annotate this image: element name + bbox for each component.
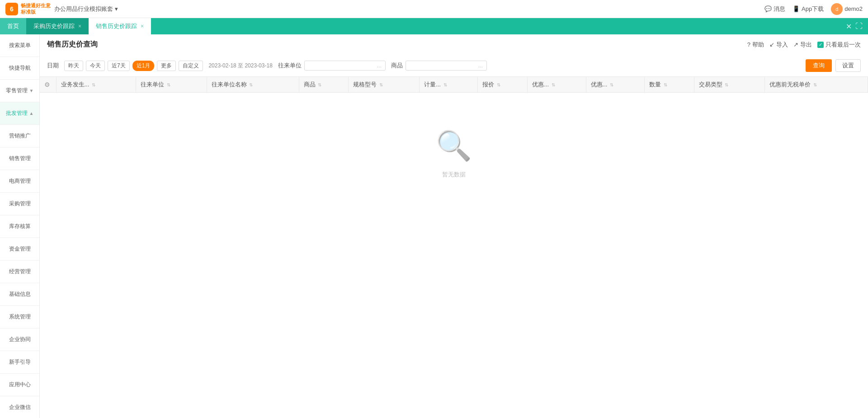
th-goods[interactable]: 商品 ⇅	[299, 77, 349, 93]
top-bar-left: 6 畅捷通好生意 标准版 办公用品行业模拟账套 ▾	[5, 3, 118, 15]
export-btn[interactable]: ↗ 导出	[793, 41, 812, 49]
sort-icon: ⇅	[497, 82, 500, 87]
sort-icon: ⇅	[249, 82, 253, 87]
sort-icon: ⇅	[318, 82, 321, 87]
sidebar-item-search-menu[interactable]: 搜索菜单	[0, 34, 39, 57]
date-custom-btn[interactable]: 自定义	[179, 61, 203, 71]
th-spec[interactable]: 规格型号 ⇅	[349, 77, 420, 93]
app-download-btn[interactable]: 📱 App下载	[793, 5, 824, 13]
sidebar-item-marketing[interactable]: 营销推广	[0, 125, 39, 147]
date-last1month-btn[interactable]: 近1月	[132, 61, 155, 71]
fullscreen-btn[interactable]: ⛶	[855, 22, 863, 30]
sort-icon: ⇅	[664, 82, 667, 87]
logo-area: 6 畅捷通好生意 标准版	[5, 3, 51, 15]
sidebar-item-retail-mgmt[interactable]: 零售管理 ▼	[0, 80, 39, 102]
page-actions: ? 帮助 ↙ 导入 ↗ 导出 ✓ 只看最后一次	[747, 41, 861, 49]
top-bar-right: 💬 消息 📱 App下载 d demo2	[764, 3, 863, 15]
settings-button[interactable]: 设置	[835, 59, 861, 72]
sidebar-item-system-mgmt[interactable]: 系统管理	[0, 306, 39, 328]
tab-home-label: 首页	[7, 22, 19, 30]
tab-bar: 首页 采购历史价跟踪 × 销售历史价跟踪 × ✕ ⛶	[0, 18, 868, 34]
import-btn[interactable]: ↙ 导入	[769, 41, 788, 49]
date-today-btn[interactable]: 今天	[86, 61, 105, 71]
th-discount1[interactable]: 优惠... ⇅	[528, 77, 586, 93]
page-title: 销售历史价查询	[47, 40, 98, 49]
sidebar-item-quick-nav[interactable]: 快捷导航	[0, 57, 39, 80]
th-partner-code[interactable]: 往来单位 ⇅	[136, 77, 207, 93]
filter-row: 日期 昨天 今天 近7天 近1月 更多 自定义 2023-02-18 至 202…	[47, 55, 861, 76]
partner-dots: ...	[377, 62, 382, 69]
goods-label: 商品	[391, 62, 403, 70]
checkbox-icon: ✓	[817, 42, 824, 48]
sidebar-item-enterprise-collab[interactable]: 企业协同	[0, 328, 39, 351]
help-btn[interactable]: ? 帮助	[747, 41, 764, 49]
sidebar-item-enterprise-wechat[interactable]: 企业微信	[0, 396, 39, 418]
filter-actions: 查询 设置	[806, 59, 861, 72]
table-body: 🔍 暂无数据	[40, 93, 868, 215]
avatar: d	[831, 3, 843, 15]
sidebar-item-new-guide[interactable]: 新手引导	[0, 351, 39, 374]
empty-state-row: 🔍 暂无数据	[40, 93, 868, 215]
tab-purchase-label: 采购历史价跟踪	[33, 22, 75, 30]
phone-icon: 📱	[793, 5, 800, 12]
sidebar-item-app-center[interactable]: 应用中心	[0, 374, 39, 396]
date-yesterday-btn[interactable]: 昨天	[64, 61, 83, 71]
dropdown-chevron-icon: ▾	[115, 5, 118, 12]
sidebar-item-operations-mgmt[interactable]: 经营管理	[0, 261, 39, 283]
gear-icon[interactable]: ⚙	[44, 81, 50, 88]
tab-home[interactable]: 首页	[0, 18, 26, 34]
page-header: 销售历史价查询 ? 帮助 ↙ 导入 ↗ 导出 ✓	[40, 34, 868, 77]
logo-text: 畅捷通好生意 标准版	[21, 3, 51, 14]
chevron-up-icon: ▲	[29, 111, 34, 116]
date-last7days-btn[interactable]: 近7天	[108, 61, 130, 71]
sort-icon: ⇅	[167, 82, 170, 87]
sort-icon: ⇅	[813, 82, 817, 87]
th-pre-tax-price[interactable]: 优惠前无税单价 ⇅	[765, 77, 868, 93]
tab-purchase-close-icon[interactable]: ×	[78, 23, 81, 29]
goods-input[interactable]: ...	[406, 61, 487, 71]
th-partner-name[interactable]: 往来单位名称 ⇅	[207, 77, 299, 93]
th-quantity[interactable]: 数量 ⇅	[644, 77, 694, 93]
empty-text: 暂无数据	[442, 171, 466, 179]
sort-icon: ⇅	[379, 82, 383, 87]
sidebar-item-finance-mgmt[interactable]: 资金管理	[0, 238, 39, 261]
main-layout: 搜索菜单 快捷导航 零售管理 ▼ 批发管理 ▲ 营销推广 销售管理 电商管理 采…	[0, 34, 868, 418]
page-title-row: 销售历史价查询 ? 帮助 ↙ 导入 ↗ 导出 ✓	[47, 40, 861, 49]
only-last-checkbox[interactable]: ✓ 只看最后一次	[817, 41, 861, 49]
help-icon: ?	[747, 41, 750, 48]
th-biz-date[interactable]: 业务发生... ⇅	[56, 77, 136, 93]
partner-input[interactable]: ...	[304, 61, 386, 71]
sort-icon: ⇅	[443, 82, 447, 87]
sidebar-item-inventory[interactable]: 库存核算	[0, 215, 39, 238]
table-header-row: ⚙ 业务发生... ⇅ 往来单位 ⇅ 往来单位名称 ⇅	[40, 77, 868, 93]
user-menu[interactable]: d demo2	[831, 3, 863, 15]
empty-icon: 🔍	[436, 129, 472, 165]
import-icon: ↙	[769, 41, 774, 48]
sort-icon: ⇅	[92, 82, 95, 87]
message-icon: 💬	[764, 5, 772, 12]
th-unit[interactable]: 计量... ⇅	[420, 77, 478, 93]
top-bar: 6 畅捷通好生意 标准版 办公用品行业模拟账套 ▾ 💬 消息 📱 App下载 d…	[0, 0, 868, 18]
date-range-text: 2023-02-18 至 2023-03-18	[208, 62, 272, 70]
date-more-btn[interactable]: 更多	[157, 61, 176, 71]
th-quote[interactable]: 报价 ⇅	[478, 77, 528, 93]
message-btn[interactable]: 💬 消息	[764, 5, 785, 13]
sidebar-item-sales-mgmt[interactable]: 销售管理	[0, 147, 39, 170]
tab-sales-history[interactable]: 销售历史价跟踪 ×	[89, 18, 151, 34]
sidebar-item-purchase-mgmt[interactable]: 采购管理	[0, 193, 39, 215]
tab-sales-close-icon[interactable]: ×	[141, 23, 144, 29]
th-discount2[interactable]: 优惠... ⇅	[586, 77, 644, 93]
partner-label: 往来单位	[278, 62, 302, 70]
close-tabs-btn[interactable]: ✕	[846, 22, 852, 31]
tab-purchase-history[interactable]: 采购历史价跟踪 ×	[26, 18, 89, 34]
sidebar-item-basic-info[interactable]: 基础信息	[0, 283, 39, 306]
sidebar-item-ecommerce-mgmt[interactable]: 电商管理	[0, 170, 39, 193]
sidebar-item-wholesale-mgmt[interactable]: 批发管理 ▲	[0, 102, 39, 125]
partner-filter: 往来单位 ...	[278, 61, 386, 71]
th-trade-type[interactable]: 交易类型 ⇅	[694, 77, 765, 93]
query-button[interactable]: 查询	[806, 59, 832, 72]
nav-dropdown[interactable]: 办公用品行业模拟账套 ▾	[54, 5, 118, 13]
goods-dots: ...	[478, 62, 483, 69]
data-table: ⚙ 业务发生... ⇅ 往来单位 ⇅ 往来单位名称 ⇅	[40, 77, 868, 215]
date-buttons: 昨天 今天 近7天 近1月 更多 自定义	[64, 61, 203, 71]
